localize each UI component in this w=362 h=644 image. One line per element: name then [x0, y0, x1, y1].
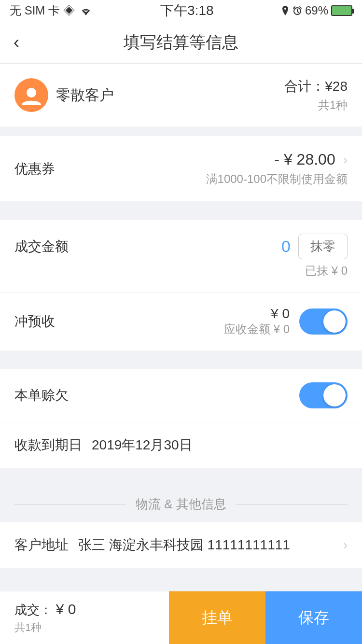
customer-left: 零散客户: [14, 78, 114, 112]
due-date-value: 2019年12月30日: [92, 436, 193, 454]
customer-name: 零散客户: [56, 85, 114, 105]
bottom-count: 共1种: [14, 620, 154, 635]
status-bar: 无 SIM 卡 ◈ 下午3:18 69%: [0, 0, 362, 21]
status-left: 无 SIM 卡 ◈: [10, 3, 93, 18]
round-button[interactable]: 抹零: [298, 234, 348, 259]
amount-input-area: 0 抹零: [281, 234, 348, 259]
customer-right: 合计：¥28 共1种: [284, 77, 348, 113]
avatar: [14, 78, 48, 112]
prepay-value-area: ¥ 0 应收金额 ¥ 0: [224, 306, 290, 337]
prepay-top: 冲预收 ¥ 0 应收金额 ¥ 0: [14, 306, 348, 337]
transaction-value[interactable]: 0: [281, 237, 291, 256]
pending-button[interactable]: 挂单: [169, 591, 265, 644]
coupon-right: - ¥ 28.00 › 满1000-100不限制使用金额: [206, 151, 348, 187]
alarm-icon: [292, 6, 302, 15]
customer-row: 零散客户 合计：¥28 共1种: [0, 64, 362, 126]
logistics-line-right: [236, 504, 348, 504]
bottom-bar: 成交： ¥ 0 共1种 挂单 保存: [0, 591, 362, 644]
logistics-header: 物流 & 其他信息: [0, 486, 362, 522]
coupon-section[interactable]: 优惠券 - ¥ 28.00 › 满1000-100不限制使用金额: [0, 136, 362, 202]
save-button[interactable]: 保存: [265, 591, 362, 644]
avatar-icon: [19, 83, 43, 107]
coupon-row[interactable]: 优惠券 - ¥ 28.00 › 满1000-100不限制使用金额: [0, 136, 362, 202]
due-date-row: 收款到期日 2019年12月30日: [0, 422, 362, 468]
transaction-section: 成交金额 0 抹零 已抹 ¥ 0 冲预收 ¥ 0 应收金额 ¥ 0: [0, 220, 362, 350]
divider-3: [0, 477, 362, 486]
address-value: 张三 海淀永丰科技园 11111111111: [78, 536, 343, 554]
address-row[interactable]: 客户地址 张三 海淀永丰科技园 11111111111 ›: [0, 522, 362, 568]
address-chevron-icon: ›: [343, 537, 348, 553]
wifi-icon: [79, 5, 93, 16]
svg-point-0: [85, 14, 86, 15]
coupon-sub: 满1000-100不限制使用金额: [206, 171, 348, 187]
debt-label: 本单赊欠: [14, 386, 69, 405]
nav-bar: ‹ 填写结算等信息: [0, 21, 362, 64]
divider-1: [0, 211, 362, 220]
svg-point-2: [27, 88, 36, 98]
debt-toggle[interactable]: [299, 382, 348, 408]
prepay-value: ¥ 0: [224, 306, 290, 322]
divider-2: [0, 360, 362, 369]
transaction-sub: 已抹 ¥ 0: [14, 263, 348, 279]
nav-title: 填写结算等信息: [124, 31, 238, 54]
debt-section: 本单赊欠 收款到期日 2019年12月30日: [0, 369, 362, 468]
address-section[interactable]: 客户地址 张三 海淀永丰科技园 11111111111 ›: [0, 522, 362, 568]
amount-row: 成交金额 0 抹零 已抹 ¥ 0: [0, 220, 362, 293]
due-date-label: 收款到期日: [14, 436, 82, 454]
prepay-row: 冲预收 ¥ 0 应收金额 ¥ 0: [0, 293, 362, 350]
coupon-value: - ¥ 28.00: [274, 151, 335, 168]
address-label: 客户地址: [14, 536, 69, 554]
back-button[interactable]: ‹: [14, 32, 19, 53]
coupon-label: 优惠券: [14, 160, 55, 178]
location-icon: [281, 6, 290, 15]
debt-row: 本单赊欠: [0, 369, 362, 422]
bottom-deal-label: 成交：: [14, 602, 52, 617]
no-sim-label: 无 SIM 卡 ◈: [10, 3, 75, 18]
battery-percent: 69%: [305, 4, 328, 17]
logistics-label: 物流 & 其他信息: [136, 496, 226, 513]
prepay-label: 冲预收: [14, 312, 55, 331]
logistics-line-left: [14, 504, 126, 504]
chevron-right-icon: ›: [343, 152, 348, 168]
total-count: 共1种: [284, 98, 348, 113]
prepay-sub: 应收金额 ¥ 0: [224, 322, 290, 337]
bottom-info: 成交： ¥ 0 共1种: [0, 591, 169, 644]
status-time: 下午3:18: [160, 1, 214, 20]
prepay-right: ¥ 0 应收金额 ¥ 0: [224, 306, 348, 337]
bottom-deal-row: 成交： ¥ 0: [14, 601, 154, 618]
amount-top: 成交金额 0 抹零: [14, 234, 348, 259]
prepay-toggle[interactable]: [299, 308, 348, 335]
bottom-deal-value: ¥ 0: [56, 601, 76, 617]
status-right: 69%: [281, 4, 352, 17]
transaction-label: 成交金额: [14, 238, 69, 256]
customer-section: 零散客户 合计：¥28 共1种: [0, 64, 362, 126]
total-label: 合计：¥28: [284, 77, 348, 96]
battery-icon: [331, 5, 352, 16]
